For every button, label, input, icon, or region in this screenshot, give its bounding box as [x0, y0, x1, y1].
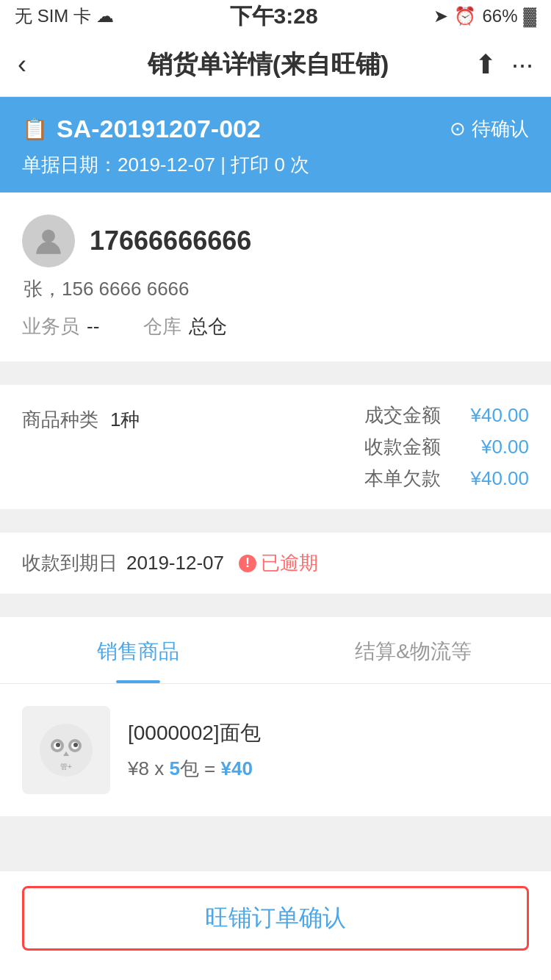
salesperson-value: --: [87, 315, 99, 338]
page-title: 销货单详情(来自旺铺): [62, 48, 475, 82]
amount-value-2: ¥40.00: [455, 467, 529, 490]
customer-phone: 17666666666: [90, 226, 251, 256]
category-section: 商品种类 1种: [22, 403, 364, 433]
salesperson-item: 业务员 --: [22, 314, 99, 339]
nav-actions: ⬆ ···: [475, 49, 533, 80]
product-name: [0000002]面包: [128, 719, 529, 747]
customer-card: 17666666666 张，156 6666 6666 业务员 -- 仓库 总仓: [0, 192, 551, 361]
overdue-text: 已逾期: [261, 550, 318, 576]
product-item: 管+ [0000002]面包 ¥8 x 5包 = ¥40: [0, 684, 551, 816]
due-date-value: 2019-12-07: [126, 552, 224, 574]
customer-meta: 业务员 -- 仓库 总仓: [22, 314, 529, 339]
order-id: 📋 SA-20191207-002: [22, 115, 261, 143]
order-id-text: SA-20191207-002: [57, 115, 261, 143]
order-header: 📋 SA-20191207-002 ⊙ 待确认 单据日期：2019-12-07 …: [0, 97, 551, 192]
warehouse-item: 仓库 总仓: [143, 314, 227, 339]
quantity-highlight: 5: [169, 757, 179, 779]
product-thumbnail: 管+: [22, 706, 110, 794]
due-date-card: 收款到期日 2019-12-07 ! 已逾期: [0, 533, 551, 594]
more-button[interactable]: ···: [511, 49, 533, 80]
warehouse-label: 仓库: [143, 314, 181, 339]
status-left: 无 SIM 卡 ☁: [15, 4, 114, 28]
customer-name: 张，156 6666 6666: [22, 276, 529, 302]
amount-row-2: 本单欠款 ¥40.00: [364, 466, 529, 491]
amount-label-2: 本单欠款: [364, 466, 441, 491]
unit-text: 包 =: [180, 757, 221, 779]
overdue-icon: !: [239, 555, 256, 572]
warehouse-value: 总仓: [189, 314, 227, 339]
product-info: [0000002]面包 ¥8 x 5包 = ¥40: [128, 719, 529, 782]
status-bar: 无 SIM 卡 ☁ 下午3:28 ➤ ⏰ 66% ▓: [0, 0, 551, 32]
back-button[interactable]: ‹: [18, 49, 62, 80]
salesperson-label: 业务员: [22, 314, 79, 339]
customer-top: 17666666666: [22, 215, 529, 267]
nav-bar: ‹ 销货单详情(来自旺铺) ⬆ ···: [0, 32, 551, 97]
order-status: ⊙ 待确认: [450, 116, 529, 142]
clock-icon: ⊙: [450, 118, 466, 140]
overdue-badge: ! 已逾期: [239, 550, 318, 576]
order-date: 单据日期：2019-12-07 | 打印 0 次: [22, 152, 529, 178]
amount-label-0: 成交金额: [364, 403, 441, 428]
amount-value-1: ¥0.00: [455, 436, 529, 458]
customer-avatar: [22, 215, 75, 267]
location-icon: ➤: [433, 6, 448, 26]
order-status-text: 待确认: [472, 116, 529, 142]
amount-row-1: 收款金额 ¥0.00: [364, 434, 529, 460]
order-header-top: 📋 SA-20191207-002 ⊙ 待确认: [22, 115, 529, 143]
svg-point-0: [42, 229, 55, 242]
svg-point-7: [73, 743, 78, 747]
share-button[interactable]: ⬆: [475, 49, 497, 80]
category-label: 商品种类: [22, 407, 98, 433]
amount-row-0: 成交金额 ¥40.00: [364, 403, 529, 428]
total-highlight: ¥40: [220, 757, 252, 779]
due-date-label: 收款到期日: [22, 550, 118, 576]
confirm-button[interactable]: 旺铺订单确认: [22, 886, 529, 951]
status-time: 下午3:28: [230, 1, 318, 32]
amount-label-1: 收款金额: [364, 434, 441, 460]
tab-settlement[interactable]: 结算&物流等: [276, 617, 551, 683]
svg-point-6: [56, 743, 60, 747]
divider-1: [0, 373, 551, 385]
amount-value-0: ¥40.00: [455, 404, 529, 427]
sim-status: 无 SIM 卡 ☁: [15, 4, 114, 28]
tab-sales[interactable]: 销售商品: [0, 617, 276, 683]
status-right: ➤ ⏰ 66% ▓: [433, 6, 536, 26]
alarm-icon: ⏰: [454, 6, 476, 26]
price-base: ¥8 x: [128, 757, 169, 779]
battery-level: 66%: [482, 6, 517, 26]
summary-card: 商品种类 1种 成交金额 ¥40.00 收款金额 ¥0.00 本单欠款 ¥40.…: [0, 385, 551, 509]
tabs: 销售商品 结算&物流等: [0, 617, 551, 684]
divider-2: [0, 521, 551, 533]
product-price: ¥8 x 5包 = ¥40: [128, 756, 529, 782]
battery-icon: ▓: [523, 6, 536, 26]
product-section: 管+ [0000002]面包 ¥8 x 5包 = ¥40: [0, 684, 551, 816]
divider-3: [0, 605, 551, 617]
bottom-bar: 旺铺订单确认: [0, 871, 551, 980]
amounts-section: 成交金额 ¥40.00 收款金额 ¥0.00 本单欠款 ¥40.00: [364, 403, 529, 491]
category-value: 1种: [110, 407, 140, 433]
order-icon: 📋: [22, 117, 48, 141]
svg-text:管+: 管+: [60, 763, 72, 771]
